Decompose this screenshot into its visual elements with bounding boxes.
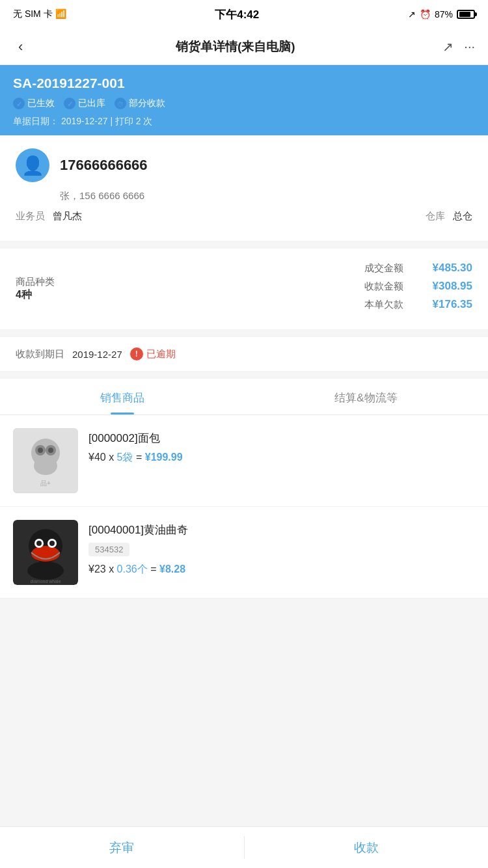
back-button[interactable]: ‹ (13, 33, 28, 61)
product-info-2: [00040001]黄油曲奇 534532 ¥23 x 0.36个 = ¥8.2… (88, 520, 475, 576)
summary-left: 商品种类 4种 (16, 262, 55, 316)
tab-products[interactable]: 销售商品 (0, 379, 244, 414)
header-badges: 已生效 已出库 部分收款 (13, 98, 475, 109)
product-qty-2: 0.36个 (117, 563, 148, 575)
confirm-button[interactable]: 收款 (245, 827, 489, 868)
status-time: 下午4:42 (215, 7, 259, 22)
salesperson-value: 曾凡杰 (53, 210, 82, 221)
customer-info-row: 业务员 曾凡杰 仓库 总仓 (16, 210, 472, 223)
product-unit-2: ¥23 x (88, 563, 117, 575)
svg-point-14 (49, 541, 55, 546)
share-icon[interactable]: ↗ (442, 39, 454, 55)
clock-icon-partial (115, 98, 126, 109)
user-icon: 👤 (21, 155, 44, 176)
customer-name: 17666666666 (60, 157, 148, 174)
overdue-label: 已逾期 (146, 348, 176, 360)
product-name-1: [0000002]面包 (88, 431, 475, 446)
status-left: 无 SIM 卡 📶 (13, 8, 66, 20)
svg-point-4 (38, 448, 43, 453)
svg-point-6 (34, 457, 57, 475)
tab-settlement[interactable]: 结算&物流等 (244, 379, 488, 414)
header-banner: SA-20191227-001 已生效 已出库 部分收款 单据日期： 2019-… (0, 65, 488, 135)
check-icon-shipped (64, 98, 75, 109)
svg-point-5 (48, 448, 53, 453)
nav-bar: ‹ 销货单详情(来自电脑) ↗ ··· (0, 29, 488, 65)
summary-section: 商品种类 4种 成交金额 ¥485.30 收款金额 ¥308.95 本单欠款 ¥… (0, 249, 488, 329)
deal-label: 成交金额 (351, 262, 403, 275)
tabs-container: 销售商品 结算&物流等 (0, 379, 488, 414)
type-label: 商品种类 (16, 276, 55, 288)
received-label: 收款金额 (351, 280, 403, 293)
received-value: ¥308.95 (414, 280, 472, 293)
warehouse-info: 仓库 总仓 (426, 210, 472, 223)
product-unit-1: ¥40 x (88, 452, 117, 463)
check-icon-effective (13, 98, 25, 109)
product-info-1: [0000002]面包 ¥40 x 5袋 = ¥199.99 (88, 428, 475, 465)
avatar: 👤 (16, 148, 49, 182)
product-price-2: ¥23 x 0.36个 = ¥8.28 (88, 563, 475, 576)
badge-partial-label: 部分收款 (129, 98, 165, 109)
salesperson-label: 业务员 (16, 210, 45, 221)
debt-label: 本单欠款 (351, 299, 403, 311)
page-title: 销货单详情(来自电脑) (28, 38, 442, 55)
list-item: 品+ [0000002]面包 ¥40 x 5袋 = ¥199.99 (0, 415, 488, 507)
due-label: 收款到期日 (16, 348, 64, 360)
product-image-1: 品+ (13, 428, 78, 493)
status-bar: 无 SIM 卡 📶 下午4:42 ↗ ⏰ 87% (0, 0, 488, 29)
nav-actions: ↗ ··· (442, 39, 475, 55)
product-image-2: diamond whale (13, 520, 78, 585)
print-info: | 打印 2 次 (110, 116, 152, 126)
badge-partial: 部分收款 (115, 98, 165, 109)
summary-right: 成交金额 ¥485.30 收款金额 ¥308.95 本单欠款 ¥176.35 (351, 262, 472, 316)
tabs-section: 销售商品 结算&物流等 (0, 379, 488, 415)
badge-effective: 已生效 (13, 98, 55, 109)
product-name-2: [00040001]黄油曲奇 (88, 522, 475, 537)
due-date-value: 2019-12-27 (72, 349, 122, 360)
date-label: 单据日期： (13, 116, 59, 126)
badge-shipped-label: 已出库 (78, 98, 105, 109)
customer-row: 👤 17666666666 (16, 148, 472, 182)
more-icon[interactable]: ··· (464, 39, 475, 54)
summary-row-received: 收款金额 ¥308.95 (351, 280, 472, 293)
product-price-1: ¥40 x 5袋 = ¥199.99 (88, 451, 475, 465)
bottom-bar: 弃审 收款 (0, 826, 488, 868)
overdue-badge: ! 已逾期 (130, 347, 176, 360)
status-right: ↗ ⏰ 87% (408, 9, 475, 20)
svg-point-13 (36, 541, 42, 546)
debt-value: ¥176.35 (414, 298, 472, 311)
product-tag-2: 534532 (88, 543, 129, 556)
summary-row-deal: 成交金额 ¥485.30 (351, 262, 472, 275)
warehouse-value: 总仓 (453, 210, 472, 221)
product-total-1: ¥199.99 (145, 452, 183, 463)
cancel-button[interactable]: 弃审 (0, 827, 244, 868)
alarm-icon: ⏰ (420, 9, 431, 20)
svg-point-15 (27, 562, 64, 580)
badge-shipped: 已出库 (64, 98, 105, 109)
deal-value: ¥485.30 (414, 262, 472, 275)
customer-section: 👤 17666666666 张，156 6666 6666 业务员 曾凡杰 仓库… (0, 135, 488, 241)
battery-icon (457, 10, 475, 19)
overdue-icon: ! (130, 347, 143, 360)
location-icon: ↗ (408, 9, 416, 20)
summary-row-debt: 本单欠款 ¥176.35 (351, 298, 472, 311)
svg-text:diamond whale: diamond whale (30, 579, 61, 584)
badge-effective-label: 已生效 (27, 98, 55, 109)
salesperson-info: 业务员 曾凡杰 (16, 210, 82, 223)
product-qty-1: 5袋 (117, 452, 133, 463)
due-section: 收款到期日 2019-12-27 ! 已逾期 (0, 337, 488, 371)
list-item: diamond whale [00040001]黄油曲奇 534532 ¥23 … (0, 507, 488, 599)
products-section: 品+ [0000002]面包 ¥40 x 5袋 = ¥199.99 (0, 415, 488, 599)
order-id: SA-20191227-001 (13, 75, 475, 91)
warehouse-label: 仓库 (426, 210, 445, 221)
type-count: 4种 (16, 288, 55, 302)
svg-text:品+: 品+ (40, 480, 51, 487)
date-value: 2019-12-27 (61, 116, 108, 126)
customer-sub: 张，156 6666 6666 (16, 190, 472, 202)
product-total-2: ¥8.28 (159, 563, 185, 575)
header-date: 单据日期： 2019-12-27 | 打印 2 次 (13, 116, 475, 128)
battery-percent: 87% (435, 9, 453, 20)
